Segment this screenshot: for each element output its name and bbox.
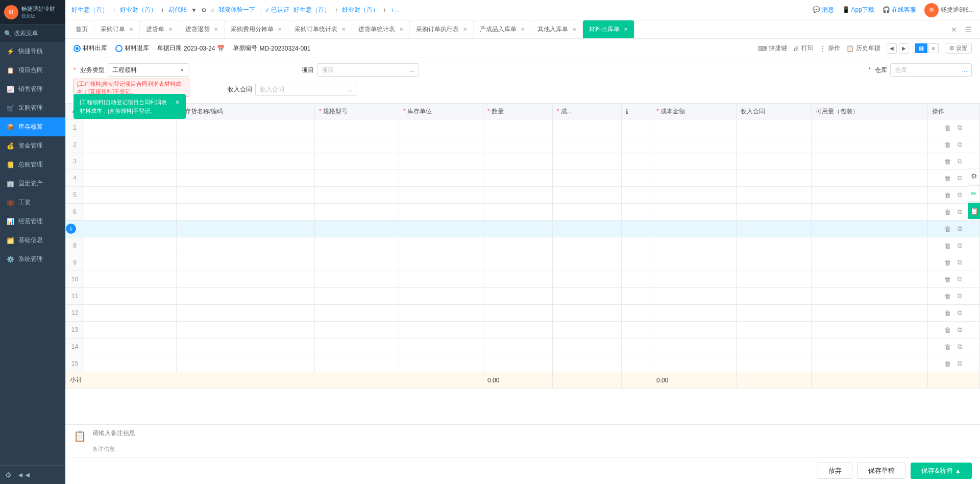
list-view-btn[interactable]: ≡ xyxy=(928,43,939,53)
cell-unit[interactable] xyxy=(399,153,483,170)
tab-other-in[interactable]: 其他入库单 ✕ xyxy=(531,20,583,39)
warehouse-dots[interactable]: ... xyxy=(962,66,967,74)
date-value[interactable]: 2023-03-24 xyxy=(184,45,215,52)
cell-cost-price[interactable] xyxy=(552,153,622,170)
cell-quantity[interactable] xyxy=(483,322,552,338)
cell-spec[interactable] xyxy=(314,254,399,271)
sidebar-item-base[interactable]: 🗂️ 基础信息 xyxy=(0,231,65,250)
cell-cost-price[interactable] xyxy=(552,170,622,187)
sidebar-item-sales[interactable]: 📈 销售管理 xyxy=(0,80,65,99)
cell-spec[interactable] xyxy=(314,338,399,355)
warehouse-input[interactable]: 仓库 ... xyxy=(890,63,972,77)
copy-row-icon[interactable]: ⧉ xyxy=(955,291,965,301)
cell-cost-price[interactable] xyxy=(552,305,622,322)
cell-spec[interactable] xyxy=(314,305,399,322)
cell-cost-amount[interactable] xyxy=(652,322,737,338)
cell-cost-info[interactable] xyxy=(622,136,652,153)
cell-quantity[interactable] xyxy=(483,338,552,355)
save-draft-button[interactable]: 保存草稿 xyxy=(857,463,905,479)
cell-available[interactable] xyxy=(812,170,928,187)
sidebar-item-project[interactable]: 📋 项目合同 xyxy=(0,61,65,80)
cell-income-contract[interactable] xyxy=(737,221,812,237)
sidebar-item-purchase[interactable]: 🛒 采购管理 xyxy=(0,99,65,117)
copy-row-icon[interactable]: ⧉ xyxy=(955,190,965,200)
business-type-input[interactable]: 工程领料 ▼ xyxy=(108,63,189,77)
delete-row-icon[interactable]: 🗑 xyxy=(943,156,953,166)
sidebar-item-assets[interactable]: 🏢 固定资产 xyxy=(0,174,65,193)
cell-cost-amount[interactable] xyxy=(652,338,737,355)
cell-quantity[interactable] xyxy=(483,254,552,271)
income-contract-dots[interactable]: ... xyxy=(348,86,353,93)
delete-row-icon[interactable]: 🗑 xyxy=(943,207,953,217)
cell-material[interactable] xyxy=(176,119,314,136)
cell-cost-price[interactable] xyxy=(552,204,622,221)
delete-row-icon[interactable]: 🗑 xyxy=(943,257,953,268)
topbar-message[interactable]: 💬 消息 xyxy=(813,6,834,14)
cell-project[interactable] xyxy=(84,305,177,322)
cell-unit[interactable] xyxy=(399,254,483,271)
cell-cost-price[interactable] xyxy=(552,221,622,237)
cell-spec[interactable] xyxy=(314,187,399,204)
cell-project[interactable] xyxy=(84,322,177,338)
cell-available[interactable] xyxy=(812,204,928,221)
cell-cost-amount[interactable] xyxy=(652,355,737,372)
cell-unit[interactable] xyxy=(399,170,483,187)
sidebar-item-ledger[interactable]: 📒 总账管理 xyxy=(0,155,65,174)
grid-view-btn[interactable]: ▦ xyxy=(915,43,927,53)
cell-project[interactable] xyxy=(84,136,177,153)
cell-cost-price[interactable] xyxy=(552,237,622,254)
tab-incoming-stat[interactable]: 进货单统计表 ✕ xyxy=(352,20,410,39)
cell-material[interactable] xyxy=(176,338,314,355)
tab-incoming-close[interactable]: ✕ xyxy=(168,27,173,32)
cell-material[interactable] xyxy=(176,305,314,322)
cell-project[interactable] xyxy=(84,254,177,271)
copy-row-icon[interactable]: ⧉ xyxy=(955,257,965,268)
cell-unit[interactable] xyxy=(399,204,483,221)
cell-cost-amount[interactable] xyxy=(652,288,737,305)
next-arrow[interactable]: ▶ xyxy=(899,43,909,54)
cell-cost-amount[interactable] xyxy=(652,305,737,322)
sidebar-item-system[interactable]: ⚙️ 系统管理 xyxy=(0,250,65,269)
cell-available[interactable] xyxy=(812,153,928,170)
cell-cost-info[interactable] xyxy=(622,170,652,187)
cell-unit[interactable] xyxy=(399,271,483,288)
tab-purchase-exec[interactable]: 采购订单执行表 ✕ xyxy=(410,20,474,39)
tab-purchase-expense[interactable]: 采购费用分摊单 ✕ xyxy=(225,20,288,39)
cell-cost-price[interactable] xyxy=(552,338,622,355)
settings-btn[interactable]: ⚙ 设置 xyxy=(945,43,972,54)
tab-material-out[interactable]: 材料出库单 ✕ xyxy=(583,20,634,39)
sidebar-item-ops[interactable]: 📊 经营管理 xyxy=(0,212,65,231)
cell-income-contract[interactable] xyxy=(737,119,812,136)
cell-material[interactable] xyxy=(176,221,314,237)
cell-unit[interactable] xyxy=(399,136,483,153)
cell-income-contract[interactable] xyxy=(737,271,812,288)
cell-available[interactable] xyxy=(812,237,928,254)
prev-arrow[interactable]: ◀ xyxy=(887,43,897,54)
print-btn[interactable]: 🖨 打印 xyxy=(793,44,814,53)
cell-available[interactable] xyxy=(812,136,928,153)
delete-row-icon[interactable]: 🗑 xyxy=(943,274,953,284)
tab-incoming-stat-close[interactable]: ✕ xyxy=(399,27,403,32)
cell-project[interactable] xyxy=(84,119,177,136)
cell-cost-price[interactable] xyxy=(552,119,622,136)
topbar-dropdown[interactable]: ▼ xyxy=(191,7,197,14)
cell-income-contract[interactable] xyxy=(737,153,812,170)
cell-material[interactable] xyxy=(176,136,314,153)
cell-project[interactable] xyxy=(84,204,177,221)
cell-spec[interactable] xyxy=(314,322,399,338)
cell-cost-info[interactable] xyxy=(622,153,652,170)
topbar-link-hsy[interactable]: 好生意（首） xyxy=(71,6,108,14)
cell-income-contract[interactable] xyxy=(737,338,812,355)
cell-income-contract[interactable] xyxy=(737,237,812,254)
tab-purchase-order-close[interactable]: ✕ xyxy=(129,27,133,32)
tooltip-close[interactable]: ✕ xyxy=(175,98,180,107)
cell-material[interactable] xyxy=(176,204,314,221)
cell-unit[interactable] xyxy=(399,355,483,372)
cell-quantity[interactable] xyxy=(483,170,552,187)
cell-cost-amount[interactable] xyxy=(652,187,737,204)
cell-cost-price[interactable] xyxy=(552,254,622,271)
cell-cost-info[interactable] xyxy=(622,288,652,305)
copy-row-icon[interactable]: ⧉ xyxy=(955,274,965,284)
delete-row-icon[interactable]: 🗑 xyxy=(943,139,953,150)
cell-project[interactable] xyxy=(84,153,177,170)
